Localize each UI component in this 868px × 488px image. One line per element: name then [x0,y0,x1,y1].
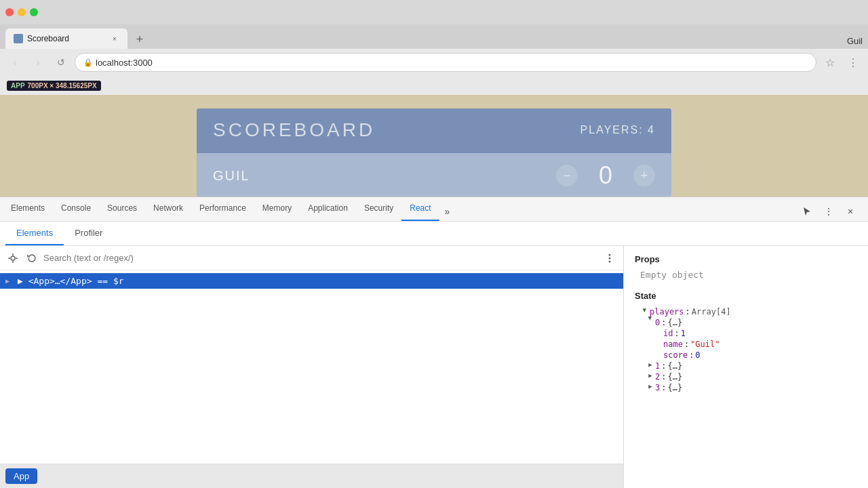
props-empty: Empty object [640,270,857,280]
scoreboard-header: SCOREBOARD PLAYERS: 4 [197,108,671,152]
state-player-1-line: ▶ 1: {…} [646,361,857,371]
search-bar [0,246,623,270]
devtools-inspect-button[interactable] [797,202,816,221]
tab-application[interactable]: Application [300,197,356,221]
devtools-tabs: Elements Console Sources Network Perform… [0,197,868,222]
increment-score-button[interactable]: + [633,165,655,186]
title-bar [0,0,868,24]
state-player-3-line: ▶ 3: {…} [646,382,857,393]
state-player-0-name: name: "Guil" [654,339,857,350]
elements-tree: ▶ ▶ <App>…</App> == $r [0,270,623,464]
refresh-button[interactable]: ↺ [52,53,71,72]
player2-toggle[interactable]: ▶ [646,372,655,379]
bottom-bar: App [0,464,623,488]
tab-security[interactable]: Security [356,197,401,221]
element-row-app[interactable]: ▶ ▶ <App>…</App> == $r [0,273,623,289]
state-player-0-score: score: 0 [654,350,857,361]
player-score: 0 [589,161,623,190]
tab-performance[interactable]: Performance [191,197,254,221]
player1-toggle[interactable]: ▶ [646,361,655,368]
search-input[interactable] [43,253,597,263]
browser-tab[interactable]: Scoreboard × [5,28,127,49]
tab-react[interactable]: React [401,197,439,221]
back-button[interactable]: ‹ [5,53,24,72]
player0-toggle[interactable]: ▶ [647,317,654,326]
right-panel: Props Empty object State ▶ players: Arra… [624,246,868,488]
tab-close-button[interactable]: × [110,34,119,43]
refresh-search-button[interactable] [24,251,39,266]
scoreboard-title: SCOREBOARD [213,119,375,141]
user-name: Guil [847,36,863,49]
sub-tab-elements[interactable]: Elements [5,221,64,245]
address-bar: ‹ › ↺ 🔒 localhost:3000 ☆ ⋮ [0,49,868,76]
player-controls: − 0 + [556,161,655,190]
scoreboard-container: SCOREBOARD PLAYERS: 4 GUIL − 0 + [197,108,671,197]
devtools-panel: Elements Console Sources Network Perform… [0,197,868,488]
tab-console[interactable]: Console [53,197,99,221]
props-section: Props Empty object [635,254,857,280]
state-player-0-id: id: 1 [654,328,857,339]
tab-bar: Scoreboard × + Guil [0,24,868,49]
decrement-score-button[interactable]: − [556,165,578,186]
page-content: SCOREBOARD PLAYERS: 4 GUIL − 0 + [0,95,868,197]
inspect-element-button[interactable] [5,251,20,266]
svg-point-5 [609,257,611,259]
devtools-customize-button[interactable]: ⋮ [819,202,838,221]
close-window-button[interactable] [5,8,14,16]
browser-frame: Scoreboard × + Guil ‹ › ↺ 🔒 localhost:30… [0,0,868,488]
svg-point-7 [609,260,611,262]
player3-toggle[interactable]: ▶ [646,383,655,390]
player-name: GUIL [213,168,250,184]
address-input[interactable]: 🔒 localhost:3000 [75,53,816,72]
sub-tabs: Elements Profiler [0,222,868,246]
search-settings-button[interactable] [601,250,618,266]
svg-point-0 [11,256,15,260]
players-count: PLAYERS: 4 [580,124,655,136]
maximize-window-button[interactable] [30,8,38,16]
state-player-2-line: ▶ 2: {…} [646,371,857,382]
traffic-lights [5,8,38,16]
tab-sources[interactable]: Sources [99,197,145,221]
props-title: Props [635,254,857,264]
viewport-badge: APP 700PX × 348.15625PX [7,81,101,91]
element-text: ▶ <App>…</App> == $r [18,276,124,286]
tab-title: Scoreboard [27,34,106,43]
viewport-app-label: APP [11,82,25,89]
element-toggle[interactable]: ▶ [5,277,15,285]
tab-favicon [14,34,23,43]
devtools-body: ▶ ▶ <App>…</App> == $r App Props Empty o… [0,246,868,488]
address-text: localhost:3000 [96,58,153,68]
viewport-size: 700PX × 348.15625PX [28,82,97,89]
more-tabs-button[interactable]: » [439,202,456,221]
forward-button[interactable]: › [28,53,47,72]
state-players-line: ▶ players: Array[4] [640,306,857,317]
state-title: State [635,291,857,301]
svg-point-6 [609,253,611,256]
minimize-window-button[interactable] [18,8,26,16]
component-breadcrumb[interactable]: App [5,468,37,484]
lock-icon: 🔒 [83,58,93,67]
devtools-close-button[interactable]: × [841,202,860,221]
new-tab-button[interactable]: + [130,30,149,49]
tab-elements[interactable]: Elements [3,197,53,221]
sub-tab-profiler[interactable]: Profiler [64,221,113,245]
bookmark-button[interactable]: ☆ [821,53,840,72]
tab-network[interactable]: Network [145,197,191,221]
viewport-bar: APP 700PX × 348.15625PX [0,76,868,95]
more-button[interactable]: ⋮ [844,53,863,72]
player-row: GUIL − 0 + [197,153,671,197]
left-panel: ▶ ▶ <App>…</App> == $r App [0,246,624,488]
tab-memory[interactable]: Memory [254,197,300,221]
state-section: State ▶ players: Array[4] ▶ 0: {…} [635,291,857,393]
players-toggle[interactable]: ▶ [642,306,648,315]
state-player-0-line: ▶ 0: {…} [646,317,857,328]
devtools-icon-buttons: ⋮ × [797,202,865,221]
